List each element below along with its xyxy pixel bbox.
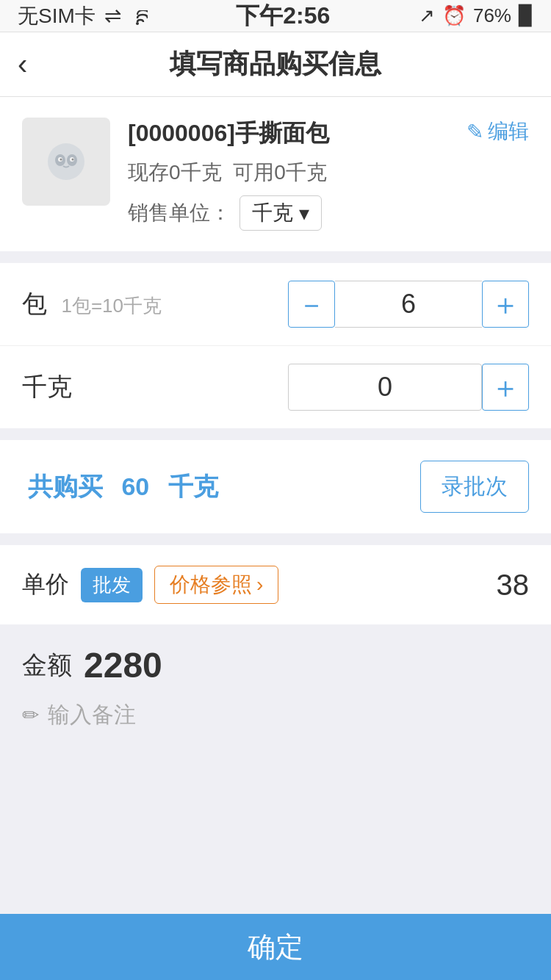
bao-plus-button[interactable]: ＋ bbox=[482, 281, 529, 328]
location-icon: ↗ bbox=[419, 4, 435, 27]
input-section: 包 1包=10千克 － ＋ 千克 ＋ bbox=[0, 263, 551, 428]
total-prefix: 共购买 bbox=[28, 472, 103, 500]
edit-button[interactable]: ✎ 编辑 bbox=[467, 118, 529, 145]
total-amount: 60 bbox=[121, 472, 149, 500]
page-title: 填写商品购买信息 bbox=[170, 46, 381, 82]
dropdown-icon: ▾ bbox=[299, 201, 309, 226]
status-right: ↗ ⏰ 76% ▉ bbox=[419, 4, 533, 27]
edit-icon: ✎ bbox=[467, 120, 483, 144]
product-name: [0000006]手撕面包 bbox=[128, 118, 329, 150]
bao-input[interactable] bbox=[335, 281, 482, 328]
product-image bbox=[22, 118, 110, 206]
status-bar: 无SIM卡 ⇌ 下午2:56 ↗ ⏰ 76% ▉ bbox=[0, 0, 551, 32]
bao-label: 包 1包=10千克 bbox=[22, 287, 288, 321]
bao-hint: 1包=10千克 bbox=[61, 295, 162, 317]
carrier-text: 无SIM卡 bbox=[18, 2, 96, 30]
amount-value: 2280 bbox=[84, 645, 162, 685]
price-label: 单价 bbox=[22, 569, 69, 601]
price-value: 38 bbox=[497, 569, 530, 602]
bao-row: 包 1包=10千克 － ＋ bbox=[0, 263, 551, 346]
total-label: 共购买 60 千克 bbox=[22, 470, 224, 504]
status-time: 下午2:56 bbox=[236, 0, 330, 32]
kg-quantity-control: ＋ bbox=[288, 364, 529, 411]
price-tag: 批发 bbox=[81, 568, 143, 602]
unit-select[interactable]: 千克 ▾ bbox=[240, 195, 322, 231]
confirm-button[interactable]: 确定 bbox=[248, 929, 303, 966]
bottom-bar[interactable]: 确定 bbox=[0, 914, 551, 980]
price-ref-label: 价格参照 bbox=[170, 571, 252, 599]
svg-point-0 bbox=[136, 22, 139, 25]
price-ref-arrow: › bbox=[256, 573, 263, 597]
status-left: 无SIM卡 ⇌ bbox=[18, 2, 148, 30]
product-unit: 销售单位： 千克 ▾ bbox=[128, 195, 529, 231]
battery-text: 76% bbox=[473, 4, 511, 27]
product-card: [0000006]手撕面包 ✎ 编辑 现存0千克 可用0千克 销售单位： 千克 … bbox=[0, 97, 551, 251]
svg-point-7 bbox=[72, 159, 74, 161]
product-stock: 现存0千克 可用0千克 bbox=[128, 159, 529, 187]
kg-plus-button[interactable]: ＋ bbox=[482, 364, 529, 411]
kg-input[interactable] bbox=[288, 364, 482, 411]
remark-row[interactable]: ✏ 输入备注 bbox=[22, 700, 529, 730]
wifi-icon: ⇌ bbox=[104, 4, 148, 28]
price-ref-button[interactable]: 价格参照 › bbox=[154, 566, 278, 604]
svg-point-1 bbox=[48, 143, 84, 180]
price-section: 单价 批发 价格参照 › 38 bbox=[0, 545, 551, 624]
bao-quantity-control: － ＋ bbox=[288, 281, 529, 328]
kg-label: 千克 bbox=[22, 370, 288, 404]
amount-row: 金额 2280 bbox=[22, 645, 529, 685]
nav-bar: ‹ 填写商品购买信息 bbox=[0, 32, 551, 97]
bao-minus-button[interactable]: － bbox=[288, 281, 335, 328]
total-suffix: 千克 bbox=[168, 472, 218, 500]
pencil-icon: ✏ bbox=[22, 703, 39, 727]
product-info: [0000006]手撕面包 ✎ 编辑 现存0千克 可用0千克 销售单位： 千克 … bbox=[128, 118, 529, 231]
kg-row: 千克 ＋ bbox=[0, 346, 551, 428]
svg-point-6 bbox=[60, 159, 62, 161]
alarm-icon: ⏰ bbox=[442, 4, 466, 27]
edit-label: 编辑 bbox=[488, 118, 529, 145]
batch-button[interactable]: 录批次 bbox=[420, 461, 529, 513]
amount-section: 金额 2280 ✏ 输入备注 bbox=[0, 624, 551, 751]
amount-label: 金额 bbox=[22, 649, 72, 682]
battery-icon: ▉ bbox=[519, 4, 533, 27]
unit-value: 千克 bbox=[252, 199, 293, 227]
back-button[interactable]: ‹ bbox=[18, 48, 27, 81]
total-section: 共购买 60 千克 录批次 bbox=[0, 440, 551, 533]
remark-placeholder: 输入备注 bbox=[48, 700, 136, 730]
